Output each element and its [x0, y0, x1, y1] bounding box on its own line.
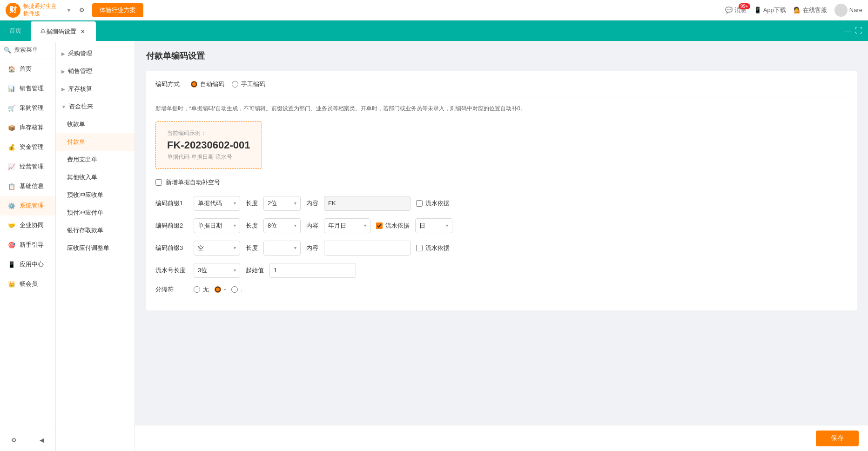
prefix3-flow-checkbox[interactable]: [416, 245, 423, 251]
auto-coding-option[interactable]: 自动编码: [191, 80, 224, 88]
separator-dash-option[interactable]: -: [215, 286, 226, 293]
logo-text: 畅捷通好生意 插件版: [23, 3, 57, 17]
prefix2-flow-check[interactable]: 流水依据: [376, 222, 410, 230]
arrow-icon: ▶: [61, 51, 65, 56]
prefix1-flow-check[interactable]: 流水依据: [416, 199, 450, 208]
manual-coding-radio[interactable]: [232, 81, 238, 88]
sidebar-item-basic[interactable]: 📋 基础信息: [0, 176, 55, 196]
example-box: 当前编码示例： FK-20230602-001 单据代码-单据日期-流水号: [155, 121, 262, 169]
tab-serial-setting[interactable]: 单据编码设置 ✕: [31, 21, 96, 42]
prefix3-flow-check[interactable]: 流水依据: [416, 244, 450, 252]
sub-menu-item-bank-deposit[interactable]: 银行存取款单: [56, 222, 135, 239]
prefix3-select[interactable]: 空 ▾: [194, 241, 240, 256]
sidebar-item-apps[interactable]: 📱 应用中心: [0, 255, 55, 274]
prefix2-content-select[interactable]: 年月日 ▾: [324, 218, 370, 233]
sidebar-item-member[interactable]: 👑 畅会员: [0, 274, 55, 294]
auto-fill-checkbox[interactable]: [155, 179, 162, 186]
prefix3-label: 编码前缀3: [155, 244, 188, 252]
separator-none-radio[interactable]: [194, 286, 200, 293]
sidebar-item-home[interactable]: 🏠 首页: [0, 59, 55, 79]
sidebar-item-sales[interactable]: 📊 销售管理: [0, 79, 55, 98]
chevron-down-icon: ▾: [234, 201, 236, 206]
messages-button[interactable]: 💬 消息 99+: [725, 6, 747, 14]
tab-maximize-icon[interactable]: ⛶: [855, 27, 862, 35]
prefix1-length-select[interactable]: 2位 ▾: [263, 196, 301, 211]
sub-menu-item-prepay-receivable[interactable]: 预收冲应收单: [56, 186, 135, 204]
member-icon: 👑: [7, 280, 16, 288]
promo-button[interactable]: 体验行业方案: [92, 3, 143, 17]
topbar: 财 畅捷通好生意 插件版 ▼ ⚙ 体验行业方案 💬 消息 99+ 📱 App下载…: [0, 0, 868, 20]
separator-row: 分隔符 无 - .: [155, 285, 848, 294]
guide-icon: 🎯: [7, 241, 16, 249]
start-value-input[interactable]: [269, 263, 356, 278]
prefix2-row: 编码前缀2 单据日期 ▾ 长度 8位 ▾ 内容 年月日: [155, 218, 848, 233]
inventory-icon: 📦: [7, 123, 16, 132]
sub-menu-item-expense[interactable]: 费用支出单: [56, 151, 135, 168]
prefix2-flow-unit-select[interactable]: 日 ▾: [415, 218, 452, 233]
sidebar-bottom: ⚙ ◀: [0, 429, 55, 451]
sidebar-collapse-btn[interactable]: ◀: [36, 433, 48, 447]
sales-icon: 📊: [7, 84, 16, 93]
online-service-button[interactable]: 💁 在线客服: [794, 6, 827, 14]
messages-badge: 99+: [739, 3, 750, 9]
sub-menu-group-purchase[interactable]: ▶ 采购管理: [56, 45, 135, 62]
bottom-bar: 保存: [135, 425, 868, 451]
separator-dot-radio[interactable]: [231, 286, 238, 293]
chevron-down-icon: ▾: [446, 223, 448, 228]
sub-menu-item-other-income[interactable]: 其他收入单: [56, 168, 135, 186]
manual-coding-option[interactable]: 手工编码: [232, 80, 265, 88]
tab-bar-actions: — ⛶: [844, 27, 868, 35]
separator-none-option[interactable]: 无: [194, 285, 209, 294]
tab-home[interactable]: 首页: [0, 20, 31, 41]
sub-menu-item-payment[interactable]: 付款单: [56, 133, 135, 151]
search-menu[interactable]: 🔍 搜索菜单: [0, 41, 55, 59]
prefix3-content-label: 内容: [306, 244, 318, 252]
prefix3-length-select[interactable]: ▾: [263, 241, 301, 256]
separator-dash-radio[interactable]: [215, 286, 221, 293]
prefix3-content-input[interactable]: [324, 241, 410, 256]
sub-menu-item-prepay-payable[interactable]: 预付冲应付单: [56, 204, 135, 222]
prefix2-flow-checkbox[interactable]: [376, 222, 383, 229]
save-button[interactable]: 保存: [816, 431, 859, 446]
sidebar-settings-btn[interactable]: ⚙: [7, 433, 20, 447]
sub-sidebar: ▶ 采购管理 ▶ 销售管理 ▶ 库存核算 ▼ 资金往来 收款单 付款单: [56, 41, 135, 451]
prefix2-length-select[interactable]: 8位 ▾: [263, 218, 301, 233]
sub-menu-item-ap-adjust[interactable]: 应收应付调整单: [56, 239, 135, 257]
serial-length-select[interactable]: 3位 ▾: [194, 263, 240, 278]
sub-menu-group-inventory[interactable]: ▶ 库存核算: [56, 80, 135, 98]
page-title: 付款单编码设置: [146, 50, 857, 61]
sidebar-item-operations[interactable]: 📈 经营管理: [0, 157, 55, 176]
logo-area: 财 畅捷通好生意 插件版: [6, 3, 61, 18]
divider: [155, 96, 848, 96]
auto-coding-radio[interactable]: [191, 81, 197, 88]
sub-menu-group-funds[interactable]: ▼ 资金往来: [56, 98, 135, 115]
prefix1-flow-checkbox[interactable]: [416, 200, 423, 207]
chevron-down-icon: ▾: [364, 223, 366, 228]
start-value-label: 起始值: [246, 266, 264, 275]
chevron-down-icon: ▾: [234, 223, 236, 228]
sidebar-item-inventory[interactable]: 📦 库存核算: [0, 118, 55, 137]
tab-minimize-icon[interactable]: —: [844, 27, 851, 35]
sidebar-item-purchase[interactable]: 🛒 采购管理: [0, 98, 55, 118]
prefix1-select[interactable]: 单据代码 ▾: [194, 196, 240, 211]
serial-length-label: 流水号长度: [155, 266, 188, 275]
sub-menu-group-sales[interactable]: ▶ 销售管理: [56, 62, 135, 80]
company-dropdown[interactable]: ▼: [66, 7, 72, 13]
sidebar-item-enterprise[interactable]: 🤝 企业协同: [0, 215, 55, 235]
sub-menu-item-receipt[interactable]: 收款单: [56, 115, 135, 133]
basic-icon: 📋: [7, 182, 16, 190]
main-layout: 🔍 搜索菜单 🏠 首页 📊 销售管理 🛒 采购管理 📦 库存核算 💰 资金管理 …: [0, 41, 868, 451]
user-avatar[interactable]: Nare: [834, 4, 862, 17]
prefix2-select[interactable]: 单据日期 ▾: [194, 218, 240, 233]
sidebar-item-guide[interactable]: 🎯 新手引导: [0, 235, 55, 255]
enterprise-icon: 🤝: [7, 221, 16, 229]
coding-settings-card: 编码方式 自动编码 手工编码: [146, 71, 857, 310]
sidebar-item-system[interactable]: ⚙️ 系统管理: [0, 196, 55, 215]
app-download-button[interactable]: 📱 App下载: [754, 6, 786, 14]
sidebar-item-finance[interactable]: 💰 资金管理: [0, 137, 55, 157]
settings-icon[interactable]: ⚙: [75, 4, 88, 17]
tab-close-icon[interactable]: ✕: [79, 28, 87, 35]
separator-dot-option[interactable]: .: [231, 286, 242, 293]
sub-content: ▶ 采购管理 ▶ 销售管理 ▶ 库存核算 ▼ 资金往来 收款单 付款单: [56, 41, 868, 451]
separator-label: 分隔符: [155, 285, 188, 294]
